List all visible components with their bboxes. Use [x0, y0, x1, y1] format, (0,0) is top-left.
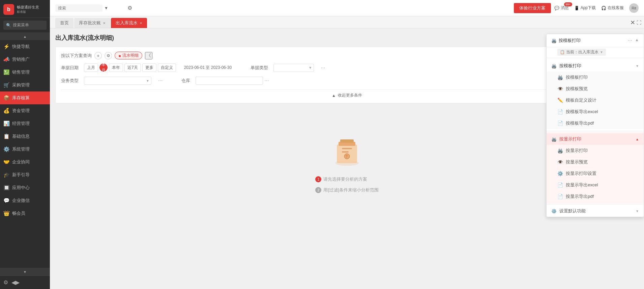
expand-window-button[interactable]: ⛶: [637, 20, 641, 25]
display-print-icon: 🖨️: [557, 148, 563, 153]
phone-icon: 📱: [574, 6, 579, 10]
sidebar: b 畅捷通好生意 标准版 🔍 搜索菜单 ▲ ⚡ 快捷导航 📣 营销推广 💹 销售…: [0, 0, 50, 289]
template-section-arrow[interactable]: ▼: [636, 64, 639, 68]
filter-tag[interactable]: ● 流水明细: [115, 52, 142, 59]
sidebar-item-operations[interactable]: 📊 经营管理: [0, 117, 50, 130]
tab-home-label: 首页: [60, 20, 69, 26]
tab-batch-label: 库存批次账: [79, 20, 101, 26]
business-select[interactable]: [84, 77, 151, 85]
sidebar-item-inventory[interactable]: 📦 库存核算: [0, 91, 50, 104]
print-panel-header: 🖨️ 按模板打印 ··· ▲: [547, 34, 644, 47]
topbar-search-input[interactable]: [55, 4, 103, 12]
template-excel-item[interactable]: 📄 按模板导出excel: [547, 106, 644, 117]
warehouse-more-icon[interactable]: ···: [264, 78, 269, 84]
user-avatar[interactable]: Rit: [629, 3, 639, 13]
display-section-header[interactable]: 🖨️ 按显示打印 ▲: [547, 133, 644, 145]
sidebar-nav: ⚡ 快捷导航 📣 营销推广 💹 销售管理 🛒 采购管理 📦 库存核算 💰 资金管…: [0, 40, 50, 268]
template-section-title: 🖨️ 按模板打印: [551, 63, 581, 69]
sidebar-item-shortcut[interactable]: ⚡ 快捷导航: [0, 40, 50, 53]
current-icon: 📋: [560, 50, 565, 54]
print-panel-chevron-up-icon[interactable]: ▲: [635, 37, 639, 44]
warehouse-input-wrap: ···: [196, 77, 582, 85]
filter-add-button[interactable]: +: [94, 52, 102, 59]
close-window-button[interactable]: ✕: [630, 19, 635, 26]
sidebar-bottom: ⚙ ◀▶: [0, 275, 50, 289]
svg-rect-4: [342, 148, 352, 149]
template-custom-item[interactable]: ✏️ 模板自定义设计: [547, 95, 644, 106]
print-panel-title-icon: 🖨️: [551, 38, 557, 43]
display-submenu: 🖨️ 按显示打印 👁️ 按显示预览 ⚙️ 按显示打印设置 📄 按显示导出exce…: [547, 145, 644, 202]
tab-flow-close[interactable]: ✕: [140, 21, 142, 25]
chevron-up-icon: ▲: [23, 35, 27, 38]
sidebar-item-collab[interactable]: 🤝 企业协同: [0, 156, 50, 168]
template-preview-item[interactable]: 👁️ 按模板预览: [547, 83, 644, 95]
sidebar-item-sales[interactable]: 💹 销售管理: [0, 66, 50, 79]
display-section-title: 🖨️ 按显示打印: [551, 136, 581, 142]
display-pdf-item[interactable]: 📄 按显示导出pdf: [547, 191, 644, 202]
sidebar-item-guide[interactable]: 🎓 新手引导: [0, 168, 50, 181]
app-download-button[interactable]: 📱 App下载: [574, 5, 596, 11]
topbar-gear-icon[interactable]: ⚙: [127, 5, 132, 11]
template-pdf-item[interactable]: 📄 按模板导出pdf: [547, 117, 644, 129]
empty-illustration: ?: [330, 134, 364, 168]
message-icon: 💬: [554, 6, 559, 10]
warehouse-input[interactable]: [196, 77, 263, 85]
business-more-icon[interactable]: ···: [158, 78, 163, 84]
sidebar-item-basic[interactable]: 📋 基础信息: [0, 130, 50, 143]
sidebar-item-system[interactable]: ⚙️ 系统管理: [0, 143, 50, 156]
date-btn-this-month[interactable]: 本月: [99, 63, 108, 72]
sidebar-item-marketing[interactable]: 📣 营销推广: [0, 53, 50, 66]
sidebar-item-wechat[interactable]: 💬 企业微信: [0, 194, 50, 207]
filter-collapse-button[interactable]: 《: [145, 52, 152, 59]
display-pdf-icon: 📄: [557, 194, 563, 199]
print-divider-1: [547, 58, 644, 58]
system-icon: ⚙️: [3, 146, 9, 152]
type-select[interactable]: [273, 64, 314, 72]
type-more-icon[interactable]: ···: [321, 65, 325, 71]
online-service-button[interactable]: 🎧 在线客服: [601, 5, 624, 11]
sidebar-item-finance[interactable]: 💰 资金管理: [0, 104, 50, 117]
template-submenu: 🖨️ 按模板打印 👁️ 按模板预览 ✏️ 模板自定义设计 📄 按模板导出exce…: [547, 72, 644, 129]
tab-home[interactable]: 首页: [55, 18, 74, 28]
date-btn-7days[interactable]: 近7天: [124, 63, 141, 72]
settings-icon[interactable]: ⚙: [3, 279, 8, 286]
apps-icon: 🔲: [3, 185, 9, 191]
date-btn-custom[interactable]: 自定义: [158, 63, 176, 72]
tab-batch-close[interactable]: ✕: [103, 21, 106, 25]
display-section-arrow[interactable]: ▲: [636, 137, 639, 141]
chevron-down-icon: ▼: [23, 270, 27, 274]
trial-button[interactable]: 体验行业方案: [514, 3, 551, 13]
date-btn-more[interactable]: 更多: [142, 63, 156, 72]
date-btn-last-month[interactable]: 上月: [84, 63, 98, 72]
display-preview-item[interactable]: 👁️ 按显示预览: [547, 156, 644, 168]
tab-flow[interactable]: 出入库流水 ✕: [111, 18, 147, 28]
sidebar-item-purchase[interactable]: 🛒 采购管理: [0, 79, 50, 91]
topbar-right: 💬 消息 99+ 📱 App下载 🎧 在线客服 Rit: [554, 3, 639, 13]
sidebar-scroll-down[interactable]: ▼: [0, 268, 50, 275]
search-menu-button[interactable]: 🔍 搜索菜单: [3, 21, 47, 30]
template-section-header[interactable]: 🖨️ 按模板打印 ▼: [547, 60, 644, 72]
sidebar-scroll-up[interactable]: ▲: [0, 32, 50, 40]
display-print-item[interactable]: 🖨️ 按显示打印: [547, 145, 644, 156]
filter-settings-button[interactable]: ⚙: [105, 52, 112, 59]
type-select-wrap: [273, 64, 314, 72]
message-button[interactable]: 💬 消息 99+: [554, 5, 569, 11]
guide-icon: 🎓: [3, 172, 9, 178]
current-chevron-icon[interactable]: ▼: [600, 50, 603, 54]
template-excel-icon: 📄: [557, 109, 563, 114]
collapse-sidebar-icon[interactable]: ◀▶: [11, 279, 20, 286]
print-panel-more-icon[interactable]: ···: [628, 37, 632, 44]
template-print-icon: 🖨️: [551, 63, 557, 69]
display-print-section: 🖨️ 按显示打印 ▲ 🖨️ 按显示打印 👁️ 按显示预览 ⚙️ 按显示打印设置 …: [547, 132, 644, 204]
date-btn-this-year[interactable]: 本年: [109, 63, 123, 72]
sidebar-logo: b 畅捷通好生意 标准版: [0, 0, 50, 18]
tab-batch[interactable]: 库存批次账 ✕: [74, 18, 110, 28]
topbar-dropdown-icon[interactable]: ▼: [104, 6, 108, 10]
empty-tip1: 请先选择要分析的方案: [323, 175, 367, 184]
display-settings-item[interactable]: ⚙️ 按显示打印设置: [547, 168, 644, 179]
print-default-settings[interactable]: ⚙️ 设置默认功能 ▼: [547, 205, 644, 217]
sidebar-item-member[interactable]: 👑 畅会员: [0, 207, 50, 220]
sidebar-item-apps[interactable]: 🔲 应用中心: [0, 181, 50, 194]
display-excel-item[interactable]: 📄 按显示导出excel: [547, 179, 644, 191]
template-print-item[interactable]: 🖨️ 按模板打印: [547, 72, 644, 83]
